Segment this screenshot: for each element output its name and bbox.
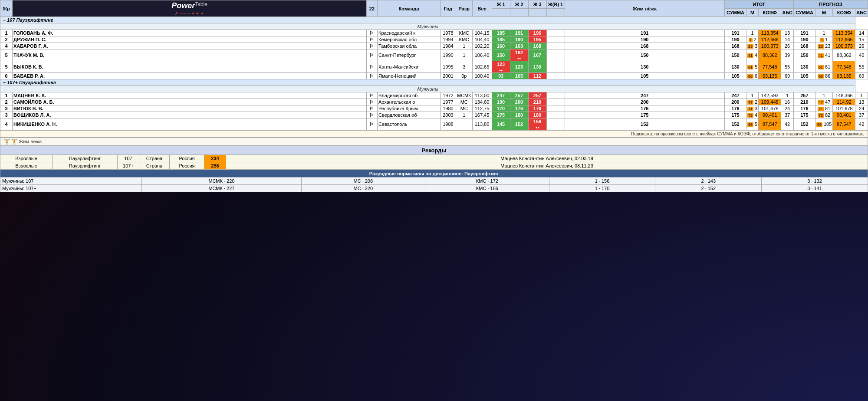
athlete-abs: 42	[781, 118, 794, 130]
athlete-zh2: 190	[510, 36, 528, 43]
athlete-zh2: 200	[510, 99, 528, 105]
col-itog: ИТОГ	[725, 0, 794, 9]
athlete-p-m: 72 82	[815, 112, 832, 118]
athlete-team: Севастополь	[377, 118, 440, 130]
athlete-ves: 134,60	[472, 99, 492, 105]
athlete-year: 1988	[440, 118, 456, 130]
athlete-abs: 24	[781, 105, 794, 112]
record-2-holder: Мацнев Константин Алексеевич, 08.11.23	[226, 162, 868, 170]
athlete-koef: 113,354	[759, 30, 781, 36]
col-zh1: Ж 1	[492, 0, 510, 9]
athlete-ves: 104,15	[472, 30, 492, 36]
athlete-p-summa: 210	[793, 99, 815, 105]
athlete-p-summa: 191	[793, 30, 815, 36]
athlete-m: 41 4	[746, 49, 759, 61]
records-header: Рекорды	[0, 146, 868, 155]
norm-1-r3: 3 · 132	[762, 177, 868, 185]
section-107plus-row: – 107+ Пауэрлифтинг	[0, 79, 868, 86]
athlete-zh3: 156●●	[528, 118, 546, 130]
athlete-razr: МС	[456, 105, 472, 112]
athlete-zhr1	[546, 92, 565, 99]
athlete-zh3: 257	[528, 92, 546, 99]
athlete-ves: 100,40	[472, 73, 492, 79]
record-1-strana-label: Страна	[139, 155, 170, 162]
athlete-ves: 102,65	[472, 61, 492, 73]
athlete-razr: 1	[456, 49, 472, 61]
athlete-zhr1	[546, 105, 565, 112]
athlete-zhim: 191	[565, 30, 725, 36]
athlete-zh2: 123	[510, 61, 528, 73]
athlete-team: Свердловская об	[377, 112, 440, 118]
norm-1-kat: Мужчины: 107	[0, 177, 142, 185]
athlete-abs: 37	[781, 112, 794, 118]
athlete-row: 5 БЫКОВ К. В. 🏳 Ханты-Мансийски 1995 3 1…	[0, 61, 868, 73]
athlete-name: БАБАЕВ Р. А.	[13, 73, 367, 79]
col-22: 22	[366, 0, 377, 17]
norms-table: Разрядные нормативы по дисциплине: Пауэр…	[0, 170, 868, 192]
athlete-razr: 6р	[456, 73, 472, 79]
col-prognoz: ПРОГНОЗ	[793, 0, 868, 9]
athlete-p-summa: 175	[793, 112, 815, 118]
athlete-year: 2001	[440, 73, 456, 79]
athlete-p-m: 1	[815, 92, 832, 99]
tooltip-row: Подсказка: на оранжевом фоне в ячейках С…	[0, 130, 868, 138]
athlete-row: 3 ВОЩИКОВ Л. А. 🏳 Свердловская об 2003 1…	[0, 112, 868, 118]
col-ves: Вес	[472, 0, 492, 17]
athlete-ves: 112,75	[472, 105, 492, 112]
col-m: М	[746, 9, 759, 17]
athlete-ves: 102,20	[472, 43, 492, 49]
norm-2-msmk: МСМК · 227	[142, 185, 301, 192]
athlete-zh1: 93	[492, 73, 510, 79]
athlete-koef: 101,678	[759, 105, 781, 112]
zhim-icon: 🏋	[4, 139, 10, 144]
athlete-zhim: 152	[565, 118, 725, 130]
athlete-rank: 1	[0, 92, 13, 99]
athlete-p-summa: 152	[793, 118, 815, 130]
athlete-p-abs: 26	[855, 43, 868, 49]
col-zh2: Ж 2	[510, 0, 528, 9]
athlete-zh1: 123●●	[492, 61, 510, 73]
athlete-flag: 🏳	[366, 61, 377, 73]
athlete-koef: 142,593	[759, 92, 781, 99]
athlete-name: ВИТЮК В. В.	[13, 105, 367, 112]
athlete-ves: 113,00	[472, 92, 492, 99]
athlete-abs: 1	[781, 92, 794, 99]
athlete-p-summa: 190	[793, 36, 815, 43]
athlete-rank: 2	[0, 36, 13, 43]
norm-1-r1: 1 · 156	[549, 177, 655, 185]
records-table: Рекорды Взрослые Пауэрлифтинг 107 Страна…	[0, 146, 868, 170]
athlete-flag: 🏳	[366, 30, 377, 36]
col-jkr: Жр	[0, 0, 13, 17]
athlete-summa: 168	[725, 43, 746, 49]
athlete-zh3: 196	[528, 30, 546, 36]
norm-1-ms: МС · 208	[301, 177, 425, 185]
norm-1-msmk: МСМК · 220	[142, 177, 301, 185]
athlete-ves: 167,45	[472, 112, 492, 118]
athlete-p-abs: 69	[855, 73, 868, 79]
athlete-zh3: 210	[528, 99, 546, 105]
col-p-abs: АБС	[855, 9, 868, 17]
athlete-m: 1 2	[746, 36, 759, 43]
athlete-summa: 200	[725, 99, 746, 105]
main-table: Жр PowerTable ✗ ─ ─ ─ ✦ ✦ ✦ 22 Команда Г…	[0, 0, 868, 130]
athlete-name: МАЦНЕВ К. А.	[13, 92, 367, 99]
athlete-zhim: 175	[565, 112, 725, 118]
athlete-summa: 190	[725, 36, 746, 43]
athlete-m: 23 3	[746, 43, 759, 49]
athlete-summa: 191	[725, 30, 746, 36]
athlete-team: Тамбовская обла	[377, 43, 440, 49]
record-1-holder: Мацнев Константин Алексеевич, 02.03.19	[226, 155, 868, 162]
norm-row-2: Мужчины: 107+ МСМК · 227 МС · 220 КМС · …	[0, 185, 868, 192]
athlete-p-abs: 42	[855, 118, 868, 130]
athlete-p-summa: 257	[793, 92, 815, 99]
athlete-rank: 2	[0, 99, 13, 105]
athlete-year: 1990	[440, 49, 456, 61]
athlete-year: 2003	[440, 112, 456, 118]
athlete-row: 2 САМОЙЛОВ А. Б. 🏳 Архангельская о 1977 …	[0, 99, 868, 105]
athlete-p-koef: 114,92	[833, 99, 855, 105]
athlete-p-summa: 176	[793, 105, 815, 112]
athlete-razr: 1	[456, 43, 472, 49]
athlete-p-summa: 130	[793, 61, 815, 73]
logo-sub: ✗ ─ ─ ─ ✦ ✦ ✦	[175, 11, 204, 16]
record-2-disc: Пауэрлифтинг	[53, 162, 118, 170]
